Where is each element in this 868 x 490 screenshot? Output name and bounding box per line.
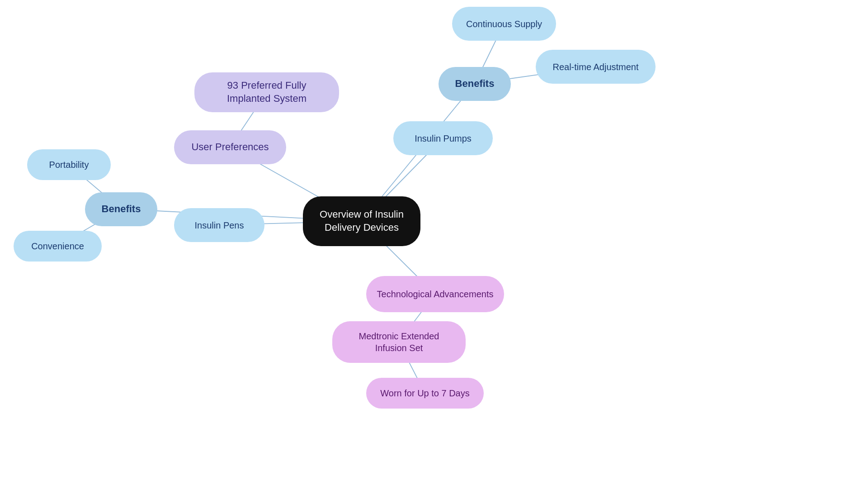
user-preferences-label: User Preferences [191, 141, 269, 154]
continuous-supply-node: Continuous Supply [452, 7, 556, 41]
convenience-node: Convenience [14, 231, 102, 262]
worn-node: Worn for Up to 7 Days [366, 378, 484, 409]
continuous-supply-label: Continuous Supply [466, 18, 542, 30]
tech-advancements-node: Technological Advancements [366, 276, 504, 312]
real-time-adjustment-label: Real-time Adjustment [552, 61, 638, 73]
portability-node: Portability [27, 149, 111, 180]
medtronic-node: Medtronic Extended Infusion Set [332, 321, 466, 363]
benefits-left-label: Benefits [102, 203, 141, 216]
benefits-left-node: Benefits [85, 192, 157, 226]
benefits-right-node: Benefits [439, 67, 511, 101]
benefits-right-label: Benefits [455, 77, 495, 90]
preferred-system-node: 93 Preferred Fully Implanted System [194, 72, 339, 112]
portability-label: Portability [49, 159, 89, 171]
insulin-pens-label: Insulin Pens [195, 219, 244, 231]
insulin-pumps-node: Insulin Pumps [393, 121, 493, 155]
center-label: Overview of Insulin Delivery Devices [313, 208, 410, 234]
tech-advancements-label: Technological Advancements [377, 288, 494, 300]
center-node: Overview of Insulin Delivery Devices [303, 196, 420, 246]
insulin-pumps-label: Insulin Pumps [415, 133, 472, 144]
preferred-system-label: 93 Preferred Fully Implanted System [204, 79, 329, 105]
worn-label: Worn for Up to 7 Days [380, 387, 469, 399]
medtronic-label: Medtronic Extended Infusion Set [342, 330, 456, 354]
insulin-pens-node: Insulin Pens [174, 208, 264, 242]
user-preferences-node: User Preferences [174, 130, 286, 164]
real-time-adjustment-node: Real-time Adjustment [536, 50, 656, 84]
convenience-label: Convenience [31, 240, 84, 252]
